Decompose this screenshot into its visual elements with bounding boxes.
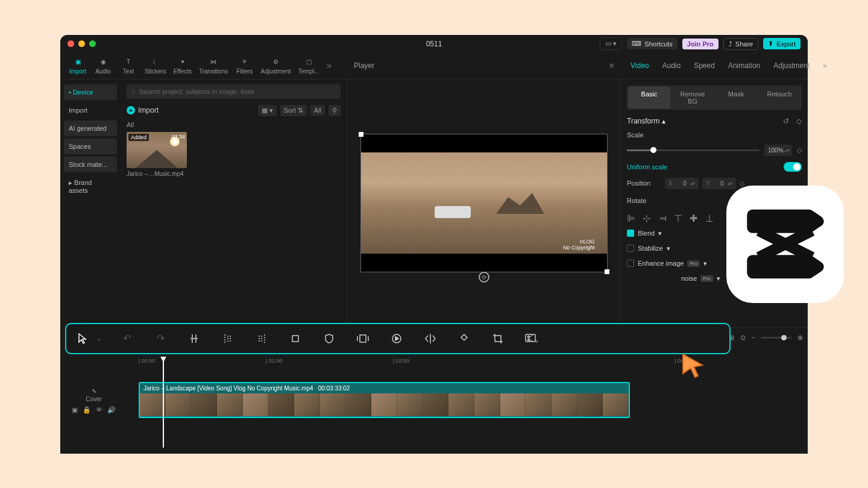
- zoom-fit-icon[interactable]: ⊕: [797, 334, 803, 342]
- mute-icon[interactable]: 🔊: [107, 406, 116, 414]
- main-toolbar: ▣Import ◉Audio TText ☾Stickers ✦Effects …: [60, 53, 808, 80]
- mirror-tool[interactable]: [422, 330, 439, 347]
- trim-right-tool[interactable]: [253, 330, 270, 347]
- import-icon: ▣: [73, 57, 83, 67]
- rotate-tool[interactable]: [456, 330, 473, 347]
- panel-tab-animation[interactable]: Animation: [722, 58, 766, 74]
- lock-track-icon[interactable]: 🔒: [83, 406, 91, 414]
- subtab-retouch[interactable]: Retouch: [758, 87, 800, 108]
- import-media-button[interactable]: +Import: [127, 106, 159, 114]
- scale-value[interactable]: 100%▴▾: [764, 145, 792, 156]
- frame-tool[interactable]: [354, 330, 371, 347]
- tab-import[interactable]: ▣Import: [65, 55, 90, 77]
- pointer-tool[interactable]: [75, 330, 92, 347]
- subtab-removebg[interactable]: Remove BG: [671, 87, 714, 108]
- filter-icon-button[interactable]: ⚲: [329, 105, 341, 116]
- tab-effects[interactable]: ✦Effects: [170, 55, 195, 77]
- panel-tab-more[interactable]: »: [817, 58, 833, 74]
- zoom-slider[interactable]: [761, 337, 791, 339]
- position-keyframe[interactable]: ◇: [740, 180, 744, 187]
- maximize-window[interactable]: [89, 40, 96, 47]
- align-center-v-icon[interactable]: ✚: [690, 213, 699, 222]
- stickers-icon: ☾: [151, 57, 160, 67]
- media-clip[interactable]: Added 03:34 Jarico – ...Music.mp4: [127, 132, 187, 177]
- sidebar-brand[interactable]: ▸ Brand assets: [64, 175, 117, 198]
- tab-transitions[interactable]: ⋈Transitions: [195, 55, 232, 77]
- trim-left-tool[interactable]: [219, 330, 236, 347]
- join-pro-button[interactable]: Join Pro: [682, 39, 719, 49]
- crop-tool[interactable]: [287, 330, 304, 347]
- cut-audio-tool[interactable]: [523, 330, 540, 347]
- position-x-input[interactable]: X 0▴▾: [665, 178, 699, 189]
- shield-tool[interactable]: [321, 330, 338, 347]
- uniform-scale-toggle[interactable]: [784, 162, 802, 172]
- floating-toolbar: ⌄ ↶ ↷: [65, 323, 731, 354]
- media-sidebar: • Device Import AI generated Spaces Stoc…: [60, 80, 121, 327]
- export-button[interactable]: ⬆ Export: [763, 38, 800, 49]
- undo-button[interactable]: ↶: [118, 330, 135, 347]
- tl-icon-2[interactable]: ⊙: [740, 334, 746, 342]
- sidebar-stock[interactable]: Stock mate...: [64, 157, 117, 172]
- sidebar-import[interactable]: Import: [64, 102, 117, 118]
- position-y-input[interactable]: Y 0▴▾: [702, 178, 736, 189]
- pencil-icon: ✎: [92, 388, 96, 395]
- enhance-checkbox[interactable]: [627, 260, 634, 267]
- tab-templates[interactable]: ▢Templ...: [295, 55, 323, 77]
- panel-tab-adjustment[interactable]: Adjustment: [767, 58, 816, 74]
- view-grid-button[interactable]: ▦ ▾: [258, 105, 277, 116]
- align-top-icon[interactable]: ⊤: [674, 213, 684, 222]
- stabilize-checkbox[interactable]: [627, 245, 634, 252]
- toolbar-more[interactable]: »: [323, 60, 336, 71]
- sidebar-ai[interactable]: AI generated: [64, 120, 117, 136]
- minimize-window[interactable]: [78, 40, 85, 47]
- sidebar-device[interactable]: • Device: [64, 84, 117, 100]
- panel-tab-audio[interactable]: Audio: [656, 58, 687, 74]
- close-window[interactable]: [68, 40, 74, 47]
- panel-tab-video[interactable]: Video: [624, 58, 655, 74]
- split-tool[interactable]: [186, 330, 203, 347]
- player-menu-icon[interactable]: ≡: [609, 61, 614, 70]
- search-input[interactable]: ⌕Search project, subjects in image, line…: [127, 84, 341, 99]
- pointer-dropdown[interactable]: ⌄: [96, 335, 101, 342]
- filter-all-button[interactable]: All: [310, 105, 325, 116]
- speed-tool[interactable]: [388, 330, 405, 347]
- sort-button[interactable]: Sort ⇅: [280, 105, 307, 116]
- visibility-icon[interactable]: 👁: [96, 406, 102, 414]
- aspect-ratio-button[interactable]: ▭ ▾: [600, 37, 622, 50]
- video-track[interactable]: Jarico – Landscape [Video Song] Vlog No …: [139, 382, 630, 418]
- search-icon: ⌕: [131, 88, 136, 95]
- lock-icon[interactable]: ▣: [72, 406, 78, 414]
- subtab-basic[interactable]: Basic: [628, 87, 670, 108]
- preview-canvas[interactable]: VLOGNo Copyright ⟳: [360, 134, 608, 272]
- tab-adjustment[interactable]: ⚙Adjustment: [257, 55, 295, 77]
- audio-icon: ◉: [98, 57, 108, 67]
- scale-keyframe[interactable]: ◇: [797, 146, 802, 154]
- shortcuts-button[interactable]: ⌨ Shortcuts: [627, 38, 677, 49]
- tab-audio[interactable]: ◉Audio: [90, 55, 116, 77]
- align-left-icon[interactable]: ⊫: [627, 213, 637, 222]
- cover-button[interactable]: ✎Cover: [86, 388, 102, 402]
- share-button[interactable]: ⤴ Share: [723, 38, 758, 50]
- player-label: Player: [354, 61, 374, 70]
- redo-button[interactable]: ↷: [152, 330, 169, 347]
- scale-slider[interactable]: [627, 149, 760, 151]
- subtab-mask[interactable]: Mask: [715, 87, 757, 108]
- panel-tab-speed[interactable]: Speed: [688, 58, 721, 74]
- tab-stickers[interactable]: ☾Stickers: [141, 55, 170, 77]
- align-bottom-icon[interactable]: ⊥: [705, 213, 715, 222]
- zoom-out-icon[interactable]: −: [752, 334, 755, 341]
- crop-adjust-tool[interactable]: [489, 330, 506, 347]
- video-watermark: VLOGNo Copyright: [563, 239, 595, 251]
- sidebar-spaces[interactable]: Spaces: [64, 139, 117, 154]
- noise-label: noise: [681, 275, 697, 282]
- keyframe-icon[interactable]: ◇: [796, 117, 802, 125]
- align-right-icon[interactable]: ⫤: [658, 213, 668, 222]
- playhead[interactable]: [163, 357, 164, 448]
- timeline: ⌄ ↶ ↷ ⊞ ⊙ − ⊕ | 00:00 | 01:00: [60, 327, 808, 454]
- align-center-h-icon[interactable]: ⊹: [643, 213, 652, 222]
- refresh-icon[interactable]: ⟳: [479, 272, 489, 283]
- tab-filters[interactable]: ⚘Filters: [232, 55, 257, 77]
- reset-icon[interactable]: ↺: [783, 117, 789, 125]
- blend-checkbox[interactable]: [627, 230, 634, 237]
- tab-text[interactable]: TText: [116, 55, 141, 77]
